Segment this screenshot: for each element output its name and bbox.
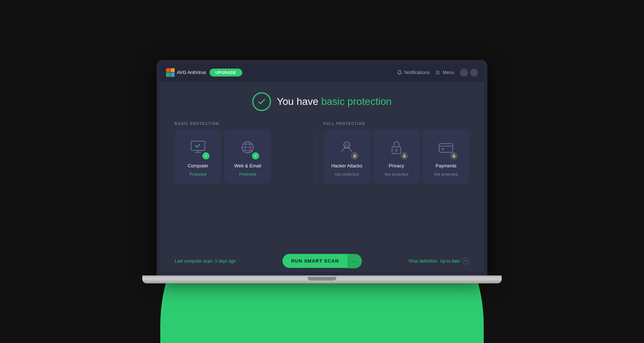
- payments-status-badge: 🔒: [450, 152, 457, 159]
- notifications-button[interactable]: Notifications: [397, 70, 430, 75]
- last-scan-value: 3 days ago: [215, 259, 236, 264]
- privacy-status-badge: 🔒: [401, 152, 408, 159]
- hero-check-circle: [252, 92, 271, 111]
- web-email-status-badge: ✓: [252, 152, 259, 159]
- bottom-bar: Last computer scan: 3 days ago RUN SMART…: [160, 250, 484, 272]
- scan-btn-wrap: RUN SMART SCAN ···: [282, 254, 362, 268]
- payments-card-title: Payments: [436, 163, 456, 168]
- upgrade-button[interactable]: UPGRADE: [210, 69, 242, 77]
- hacker-card-title: Hacker Attacks: [331, 163, 363, 168]
- avg-logo: AVG AntiVirus: [166, 68, 206, 77]
- payments-card-status: Not protected: [434, 172, 458, 176]
- last-scan-text: Last computer scan: 3 days ago: [175, 259, 236, 264]
- svg-point-11: [345, 143, 346, 144]
- titlebar: AVG AntiVirus UPGRADE Notifications: [160, 64, 484, 82]
- refresh-icon[interactable]: ↻: [462, 258, 469, 265]
- minimize-button[interactable]: −: [460, 69, 468, 77]
- protection-container: BASIC PROTECTION ✓: [175, 122, 469, 184]
- hacker-icon-wrap: 🔒: [335, 136, 358, 159]
- bell-icon: [397, 70, 402, 75]
- web-email-card-status: Protected: [239, 172, 256, 176]
- computer-card-status: Protected: [189, 172, 206, 176]
- main-content: You have basic protection BASIC PROTECTI…: [160, 82, 484, 250]
- laptop-screen: AVG AntiVirus UPGRADE Notifications: [157, 60, 487, 275]
- titlebar-left: AVG AntiVirus UPGRADE: [166, 68, 242, 77]
- full-protection-section: FULL PROTECTION: [323, 122, 469, 184]
- privacy-card-status: Not protected: [385, 172, 408, 176]
- avg-icon-blue: [171, 73, 175, 77]
- menu-button[interactable]: Menu: [435, 70, 454, 75]
- basic-protection-label: BASIC PROTECTION: [175, 122, 309, 126]
- svg-point-14: [395, 149, 397, 151]
- svg-rect-16: [439, 143, 453, 152]
- brand-text: AVG AntiVirus: [177, 70, 206, 75]
- menu-label: Menu: [442, 70, 454, 75]
- web-email-icon-wrap: ✓: [236, 136, 259, 159]
- hero-text-prefix: You have: [277, 96, 321, 107]
- payments-card[interactable]: 🔒 Payments Not protected: [423, 129, 469, 184]
- virus-def-prefix: Virus definition:: [409, 259, 438, 264]
- hacker-attacks-card[interactable]: 🔒 Hacker Attacks Not protected: [323, 129, 370, 184]
- computer-status-badge: ✓: [202, 152, 210, 159]
- svg-rect-13: [392, 147, 401, 153]
- scan-more-button[interactable]: ···: [348, 254, 362, 268]
- basic-protection-section: BASIC PROTECTION ✓: [175, 122, 309, 184]
- virus-def-value: Up to date: [440, 259, 460, 264]
- web-email-card[interactable]: ✓ Web & Email Protected: [224, 129, 271, 184]
- computer-card[interactable]: ✓ Computer Protected: [175, 129, 221, 184]
- full-protection-label: FULL PROTECTION: [323, 122, 469, 126]
- hero-section: You have basic protection: [252, 92, 392, 111]
- hero-checkmark-icon: [257, 97, 266, 106]
- payments-icon-wrap: 🔒: [434, 136, 457, 159]
- computer-card-title: Computer: [188, 163, 208, 168]
- computer-icon-wrap: ✓: [187, 136, 210, 159]
- avg-icon-green: [166, 73, 170, 77]
- basic-protection-cards: ✓ Computer Protected: [175, 129, 309, 184]
- virus-def-text: Virus definition: Up to date ↻: [409, 258, 469, 265]
- hacker-card-status: Not protected: [335, 172, 359, 176]
- avg-icon: [166, 68, 175, 77]
- hacker-status-badge: 🔒: [351, 152, 358, 159]
- web-email-card-title: Web & Email: [234, 163, 261, 168]
- notifications-label: Notifications: [404, 70, 430, 75]
- svg-rect-18: [441, 148, 444, 150]
- privacy-icon-wrap: 🔒: [385, 136, 408, 159]
- titlebar-right: Notifications Menu − ×: [397, 69, 478, 77]
- last-scan-prefix: Last computer scan:: [175, 259, 215, 264]
- menu-icon: [435, 70, 440, 75]
- run-scan-button[interactable]: RUN SMART SCAN: [282, 254, 347, 268]
- full-protection-cards: 🔒 Hacker Attacks Not protected: [323, 129, 469, 184]
- close-button[interactable]: ×: [470, 69, 478, 77]
- protection-section-divider: [316, 131, 316, 184]
- avg-icon-orange: [171, 68, 175, 73]
- privacy-card-title: Privacy: [389, 163, 404, 168]
- hero-text-accent: basic protection: [321, 96, 392, 107]
- privacy-card[interactable]: 🔒 Privacy Not protected: [373, 129, 420, 184]
- hero-text: You have basic protection: [277, 96, 392, 107]
- laptop-base: [142, 275, 502, 283]
- window-controls: − ×: [460, 69, 478, 77]
- svg-point-12: [348, 143, 349, 144]
- avg-icon-red: [166, 68, 170, 73]
- app-window: AVG AntiVirus UPGRADE Notifications: [160, 64, 484, 272]
- laptop-wrapper: AVG AntiVirus UPGRADE Notifications: [142, 60, 502, 283]
